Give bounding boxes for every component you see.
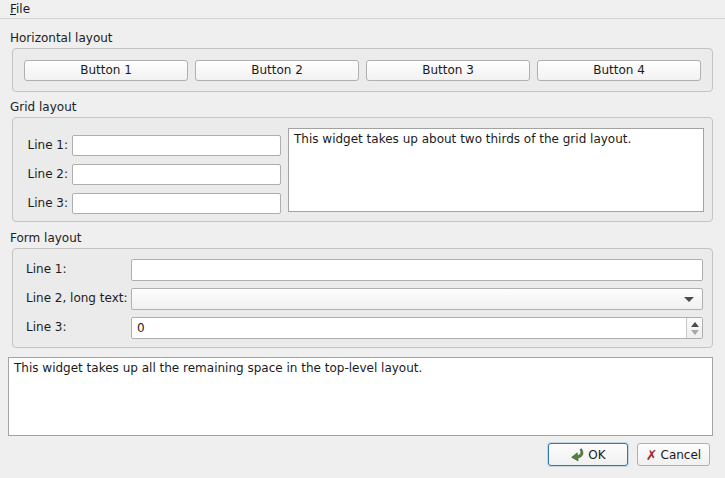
grid-line1-label: Line 1: [26, 135, 68, 156]
grid-textedit[interactable]: This widget takes up about two thirds of… [288, 128, 704, 212]
cancel-button[interactable]: ✗ Cancel [637, 443, 710, 466]
form-line3-label: Line 3: [26, 317, 130, 338]
form-line1-label: Line 1: [26, 259, 130, 280]
ok-button[interactable]: OK [548, 443, 628, 466]
group-grid-layout: Line 1: Line 2: Line 3: This widget take… [12, 117, 713, 222]
group-form-layout: Line 1: Line 2, long text: Line 3: [12, 248, 713, 348]
cancel-x-icon: ✗ [646, 448, 658, 462]
button-1[interactable]: Button 1 [24, 60, 188, 81]
grid-line3-input[interactable] [72, 193, 281, 214]
menu-file[interactable]: File [0, 0, 40, 19]
cancel-button-label: Cancel [661, 448, 702, 462]
group-title-horizontal-layout: Horizontal layout [10, 31, 113, 45]
basic-layouts-window: File Horizontal layout Button 1 Button 2… [0, 0, 725, 478]
form-line1-input[interactable] [131, 259, 703, 281]
button-4[interactable]: Button 4 [537, 60, 701, 81]
form-line3-spinbox [131, 317, 703, 339]
ok-icon [570, 448, 585, 462]
spin-down-icon[interactable] [691, 330, 699, 335]
group-title-grid-layout: Grid layout [10, 100, 76, 114]
spin-up-icon[interactable] [691, 322, 699, 327]
ok-button-label: OK [588, 448, 605, 462]
grid-line3-label: Line 3: [26, 193, 68, 214]
grid-line1-input[interactable] [72, 135, 281, 156]
button-3[interactable]: Button 3 [366, 60, 530, 81]
group-horizontal-layout: Button 1 Button 2 Button 3 Button 4 [12, 48, 713, 92]
grid-line2-label: Line 2: [26, 164, 68, 185]
menu-bar: File [0, 0, 725, 19]
horizontal-button-row: Button 1 Button 2 Button 3 Button 4 [13, 60, 712, 81]
group-title-form-layout: Form layout [10, 231, 81, 245]
button-2[interactable]: Button 2 [195, 60, 359, 81]
chevron-down-icon [684, 297, 694, 302]
bottom-textedit[interactable]: This widget takes up all the remaining s… [8, 357, 713, 436]
spinbox-input[interactable] [132, 318, 686, 338]
form-line2-label: Line 2, long text: [26, 288, 130, 309]
grid-line2-input[interactable] [72, 164, 281, 185]
spinbox-buttons[interactable] [686, 318, 702, 338]
form-line2-combobox[interactable] [131, 288, 703, 310]
